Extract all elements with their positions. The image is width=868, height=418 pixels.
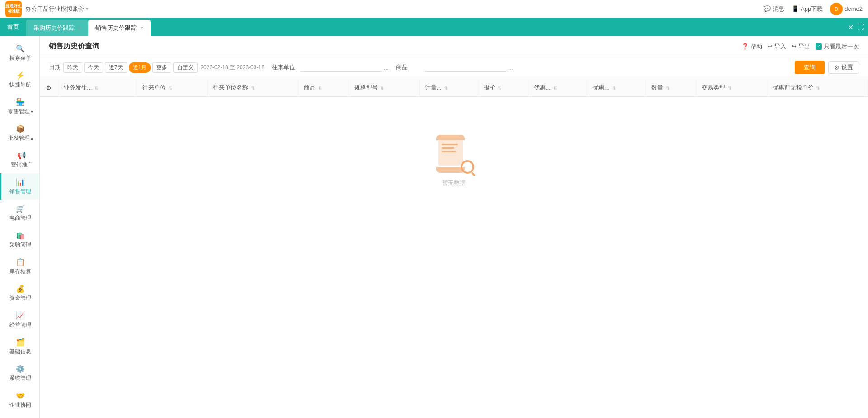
app-download-btn[interactable]: 📱 App下载 bbox=[792, 5, 823, 13]
help-label: 帮助 bbox=[750, 43, 762, 51]
product-label: 商品 bbox=[396, 63, 423, 71]
sidebar-item-operations-label: 经营管理 bbox=[9, 321, 31, 329]
empty-state: 暂无数据 bbox=[40, 97, 868, 223]
page-title: 销售历史价查询 bbox=[49, 42, 99, 51]
date-btn-last1month[interactable]: 近1月 bbox=[129, 62, 151, 73]
sidebar-item-ecommerce[interactable]: 🛒 电商管理 bbox=[0, 200, 39, 227]
sidebar-item-finance-label: 资金管理 bbox=[9, 294, 31, 302]
sidebar-item-search[interactable]: 🔍 搜索菜单 bbox=[0, 40, 39, 66]
sidebar-item-inventory[interactable]: 📋 库存核算 bbox=[0, 253, 39, 280]
th-trade-type[interactable]: 交易类型 ⇅ bbox=[696, 79, 767, 97]
scroll-line-3 bbox=[442, 151, 456, 152]
th-pre-tax-price[interactable]: 优惠前无税单价 ⇅ bbox=[767, 79, 868, 97]
wholesale-icon: 📦 bbox=[16, 124, 25, 133]
data-table: ⚙ 业务发生... ⇅ 往来单位 ⇅ 往来单位名称 ⇅ 商品 ⇅ bbox=[40, 79, 868, 97]
date-btn-custom[interactable]: 自定义 bbox=[173, 62, 198, 73]
query-button[interactable]: 查询 bbox=[795, 61, 825, 74]
tab-purchase-history-close[interactable]: × bbox=[78, 25, 81, 31]
th-product[interactable]: 商品 ⇅ bbox=[298, 79, 349, 97]
wholesale-expand-icon: ▴ bbox=[31, 136, 33, 141]
sidebar-item-finance[interactable]: 💰 资金管理 bbox=[0, 280, 39, 307]
th-partner-name[interactable]: 往来单位名称 ⇅ bbox=[208, 79, 298, 97]
top-bar-right: 💬 消息 📱 App下载 D demo2 bbox=[764, 3, 863, 15]
export-icon: ↪ bbox=[792, 43, 797, 50]
tab-sales-history-close[interactable]: × bbox=[140, 25, 143, 31]
tab-close-all-btn[interactable]: ✕ bbox=[848, 23, 854, 32]
tab-expand-btn[interactable]: ⛶ bbox=[857, 23, 864, 31]
filter-area: 日期 昨天 今天 近7天 近1月 更多 自定义 2023-02-18 至 202… bbox=[40, 56, 868, 79]
help-btn[interactable]: ❓ 帮助 bbox=[741, 43, 762, 51]
page-header-actions: ❓ 帮助 ↩ 导入 ↪ 导出 ✓ 只看最后一次 bbox=[741, 43, 859, 51]
scroll-top bbox=[436, 135, 465, 140]
sidebar-item-marketing[interactable]: 📢 营销推广 bbox=[0, 147, 39, 173]
product-dots[interactable]: ... bbox=[508, 64, 513, 71]
sort-product-icon: ⇅ bbox=[318, 86, 322, 90]
sidebar-item-wholesale[interactable]: 📦 批发管理 ▴ bbox=[0, 120, 39, 147]
export-btn[interactable]: ↪ 导出 bbox=[792, 43, 810, 51]
sort-quantity-icon: ⇅ bbox=[666, 86, 670, 90]
sidebar-item-retail-label: 零售管理 bbox=[8, 108, 30, 115]
sidebar-item-enterprise[interactable]: 🤝 企业协同 bbox=[0, 387, 39, 413]
tab-purchase-history[interactable]: 采购历史价跟踪 × bbox=[26, 20, 88, 36]
app-selector[interactable]: 办公用品行业模拟账套 ▾ bbox=[25, 5, 89, 13]
partner-dots[interactable]: ... bbox=[384, 64, 389, 71]
th-discount2[interactable]: 优惠... ⇅ bbox=[587, 79, 646, 97]
partner-input[interactable] bbox=[301, 63, 382, 72]
th-unit[interactable]: 计量... ⇅ bbox=[419, 79, 478, 97]
enterprise-icon: 🤝 bbox=[16, 391, 25, 400]
date-buttons: 昨天 今天 近7天 近1月 更多 自定义 bbox=[63, 62, 198, 73]
import-btn[interactable]: ↩ 导入 bbox=[768, 43, 786, 51]
scroll-line-2 bbox=[442, 147, 454, 149]
only-last-checkbox[interactable]: ✓ bbox=[816, 43, 822, 50]
user-menu[interactable]: D demo2 bbox=[830, 3, 863, 15]
message-label: 消息 bbox=[773, 5, 784, 13]
settings-button[interactable]: ⚙ 设置 bbox=[828, 61, 859, 74]
top-bar-left: 畅捷通好生意 标准版 办公用品行业模拟账套 ▾ bbox=[5, 1, 89, 17]
partner-filter: 往来单位 ... bbox=[272, 63, 389, 72]
sidebar-item-system[interactable]: ⚙️ 系统管理 bbox=[0, 360, 39, 387]
th-settings[interactable]: ⚙ bbox=[40, 79, 58, 97]
th-discount1[interactable]: 优惠... ⇅ bbox=[528, 79, 587, 97]
th-spec[interactable]: 规格型号 ⇅ bbox=[349, 79, 419, 97]
app-download-label: App下载 bbox=[801, 5, 823, 13]
retail-icon: 🏪 bbox=[16, 98, 25, 106]
sidebar-item-sales[interactable]: 📊 销售管理 bbox=[0, 173, 39, 200]
sidebar-item-guide[interactable]: 🎯 新手引导 bbox=[0, 413, 39, 418]
sidebar-item-operations[interactable]: 📈 经营管理 bbox=[0, 307, 39, 333]
th-price[interactable]: 报价 ⇅ bbox=[478, 79, 528, 97]
sidebar-item-basic-label: 基础信息 bbox=[9, 348, 31, 356]
sidebar-item-purchase-label: 采购管理 bbox=[9, 241, 31, 249]
import-label: 导入 bbox=[774, 43, 786, 51]
tab-sales-history[interactable]: 销售历史价跟踪 × bbox=[88, 20, 150, 36]
date-btn-today[interactable]: 今天 bbox=[84, 62, 103, 73]
retail-expand-icon: ▾ bbox=[31, 109, 33, 114]
sidebar-item-wholesale-label: 批发管理 bbox=[8, 134, 30, 142]
th-partner-code[interactable]: 往来单位 ⇅ bbox=[137, 79, 208, 97]
filter-row: 日期 昨天 今天 近7天 近1月 更多 自定义 2023-02-18 至 202… bbox=[49, 61, 859, 74]
main-layout: 🔍 搜索菜单 ⚡ 快捷导航 🏪 零售管理 ▾ 📦 批发管理 ▴ 📢 营销推广 bbox=[0, 36, 868, 418]
product-input[interactable] bbox=[425, 63, 506, 72]
only-last-checkbox-label[interactable]: ✓ 只看最后一次 bbox=[816, 43, 859, 51]
tab-home-label: 首页 bbox=[7, 23, 19, 31]
tab-home[interactable]: 首页 bbox=[0, 18, 26, 36]
th-quantity[interactable]: 数量 ⇅ bbox=[646, 79, 696, 97]
sidebar-item-system-label: 系统管理 bbox=[9, 375, 31, 382]
date-btn-last7[interactable]: 近7天 bbox=[105, 62, 127, 73]
date-btn-yesterday[interactable]: 昨天 bbox=[63, 62, 82, 73]
scroll-line-1 bbox=[442, 144, 458, 145]
sidebar-item-basic[interactable]: 🗂️ 基础信息 bbox=[0, 333, 39, 360]
th-biz-date[interactable]: 业务发生... ⇅ bbox=[58, 79, 137, 97]
message-btn[interactable]: 💬 消息 bbox=[764, 5, 784, 13]
marketing-icon: 📢 bbox=[17, 151, 26, 160]
sidebar-item-search-label: 搜索菜单 bbox=[9, 54, 31, 62]
date-label: 日期 bbox=[49, 63, 61, 71]
help-icon: ❓ bbox=[741, 43, 749, 50]
sort-discount2-icon: ⇅ bbox=[612, 86, 616, 90]
sidebar-item-retail[interactable]: 🏪 零售管理 ▾ bbox=[0, 93, 39, 120]
sidebar-item-purchase[interactable]: 🛍️ 采购管理 bbox=[0, 227, 39, 253]
date-btn-more[interactable]: 更多 bbox=[152, 62, 171, 73]
message-icon: 💬 bbox=[764, 5, 771, 12]
search-icon: 🔍 bbox=[16, 44, 25, 53]
sidebar-item-shortcut[interactable]: ⚡ 快捷导航 bbox=[0, 66, 39, 93]
dropdown-icon: ▾ bbox=[86, 6, 89, 12]
